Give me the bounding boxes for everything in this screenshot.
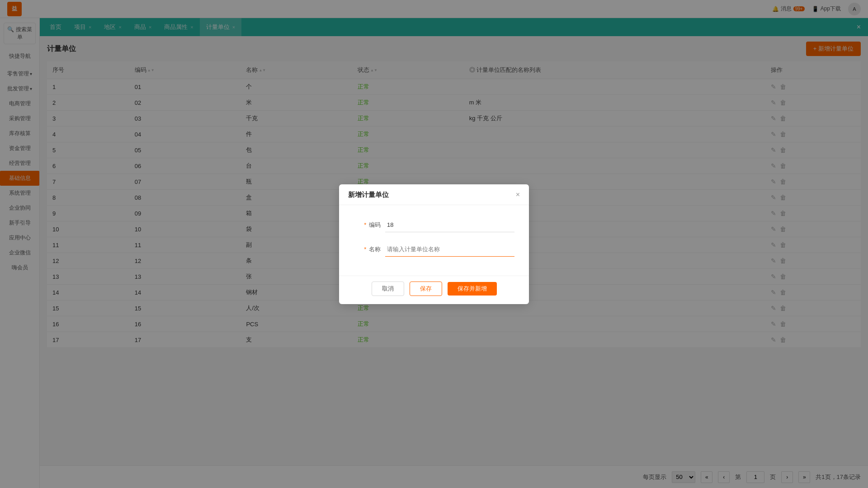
name-form-row: * 名称 — [354, 242, 514, 257]
name-input[interactable] — [385, 242, 514, 257]
modal-title: 新增计量单位 — [348, 191, 389, 199]
save-and-new-button[interactable]: 保存并新增 — [448, 282, 497, 296]
cancel-button[interactable]: 取消 — [372, 282, 404, 296]
modal-body: * 编码 * 名称 — [339, 205, 529, 276]
required-star: * — [364, 221, 366, 228]
modal-footer: 取消 保存 保存并新增 — [339, 276, 529, 304]
modal-close-button[interactable]: × — [516, 191, 520, 199]
required-star-name: * — [364, 246, 366, 253]
name-label: * 名称 — [354, 245, 381, 253]
code-input[interactable] — [385, 218, 514, 232]
code-form-row: * 编码 — [354, 218, 514, 232]
modal-overlay: 新增计量单位 × * 编码 * 名称 取消 保存 保存并新增 — [0, 0, 868, 488]
save-button[interactable]: 保存 — [410, 282, 442, 296]
add-unit-modal: 新增计量单位 × * 编码 * 名称 取消 保存 保存并新增 — [339, 184, 529, 304]
code-label: * 编码 — [354, 221, 381, 229]
modal-header: 新增计量单位 × — [339, 184, 529, 205]
